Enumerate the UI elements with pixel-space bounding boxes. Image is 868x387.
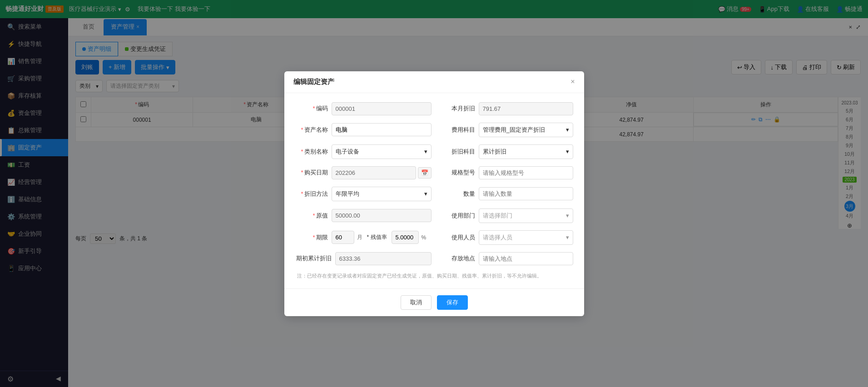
code-label: 编码 — [295, 104, 328, 113]
form-item-code: 编码 — [295, 102, 432, 115]
save-button[interactable]: 保存 — [437, 295, 468, 310]
form-note: 注：已经存在变更记录或者对应固定资产已经生成凭证，原值、购买日期、残值率、累计折… — [295, 273, 573, 279]
asset-name-label: 资产名称 — [295, 126, 328, 134]
dep-subject-label: 折旧科目 — [442, 148, 475, 156]
modal-title: 编辑固定资产 — [293, 78, 334, 86]
form-item-asset-name: 资产名称 — [295, 123, 432, 137]
form-item-quantity: 数量 — [442, 187, 573, 201]
form-item-initial-dep: 期初累计折旧 — [295, 252, 432, 265]
period-label: 期限 — [295, 233, 328, 242]
form-item-purchase-date: 购买日期 📅 — [295, 166, 432, 179]
dept-label: 使用部门 — [442, 212, 475, 220]
original-input[interactable] — [332, 209, 432, 222]
modal-close-btn[interactable]: × — [570, 78, 575, 86]
expense-subject-select[interactable]: 管理费用_固定资产折旧 ▾ — [479, 123, 573, 137]
category-label: 类别名称 — [295, 148, 328, 156]
period-row: 月 * 残值率 % — [332, 231, 427, 244]
dep-subject-select[interactable]: 累计折旧 ▾ — [479, 144, 573, 159]
calendar-icon[interactable]: 📅 — [418, 167, 432, 179]
period-unit: 月 — [357, 233, 362, 241]
residual-rate-input[interactable] — [392, 231, 419, 244]
form-item-user: 使用人员 请选择人员 ▾ — [442, 230, 573, 245]
initial-dep-input[interactable] — [335, 252, 432, 265]
period-input[interactable] — [332, 231, 354, 244]
expense-subject-label: 费用科目 — [442, 126, 475, 134]
edit-asset-modal: 编辑固定资产 × 编码 本月折旧 资产名称 — [284, 71, 584, 316]
modal-footer: 取消 保存 — [284, 288, 584, 316]
modal-overlay: 编辑固定资产 × 编码 本月折旧 资产名称 — [0, 0, 868, 387]
form-item-dept: 使用部门 请选择部门 ▾ — [442, 208, 573, 223]
location-label: 存放地点 — [442, 254, 475, 263]
form-item-spec: 规格型号 — [442, 166, 573, 179]
user-label: 使用人员 — [442, 233, 475, 242]
form-item-expense-subject: 费用科目 管理费用_固定资产折旧 ▾ — [442, 123, 573, 137]
form-grid: 编码 本月折旧 资产名称 费用科目 管理费用_固定资产折旧 — [295, 102, 573, 265]
category-select[interactable]: 电子设备 ▾ — [332, 144, 432, 159]
quantity-label: 数量 — [442, 190, 475, 198]
dep-method-select[interactable]: 年限平均 ▾ — [332, 187, 432, 201]
month-dep-input[interactable] — [479, 102, 573, 115]
form-item-location: 存放地点 — [442, 252, 573, 265]
cancel-button[interactable]: 取消 — [401, 295, 432, 310]
spec-label: 规格型号 — [442, 169, 475, 177]
location-input[interactable] — [479, 252, 573, 265]
spec-input[interactable] — [479, 166, 573, 179]
asset-name-input[interactable] — [332, 123, 432, 136]
form-item-category: 类别名称 电子设备 ▾ — [295, 144, 432, 159]
residual-rate-star: * 残值率 — [367, 233, 387, 241]
modal-header: 编辑固定资产 × — [284, 71, 584, 93]
residual-rate-unit: % — [422, 234, 427, 241]
form-item-dep-method: 折旧方法 年限平均 ▾ — [295, 187, 432, 201]
initial-dep-label: 期初累计折旧 — [295, 254, 332, 263]
form-item-original: 原值 — [295, 208, 432, 223]
original-label: 原值 — [295, 212, 328, 220]
form-item-month-dep: 本月折旧 — [442, 102, 573, 115]
purchase-date-label: 购买日期 — [295, 169, 328, 177]
dep-method-label: 折旧方法 — [295, 190, 328, 198]
purchase-date-input[interactable] — [332, 166, 416, 179]
code-input[interactable] — [332, 102, 432, 115]
dept-select[interactable]: 请选择部门 ▾ — [479, 208, 573, 223]
form-item-period: 期限 月 * 残值率 % — [295, 230, 432, 245]
month-dep-label: 本月折旧 — [442, 104, 475, 113]
modal-body: 编码 本月折旧 资产名称 费用科目 管理费用_固定资产折旧 — [284, 93, 584, 288]
quantity-input[interactable] — [479, 187, 573, 200]
user-select[interactable]: 请选择人员 ▾ — [479, 230, 573, 245]
form-item-dep-subject: 折旧科目 累计折旧 ▾ — [442, 144, 573, 159]
